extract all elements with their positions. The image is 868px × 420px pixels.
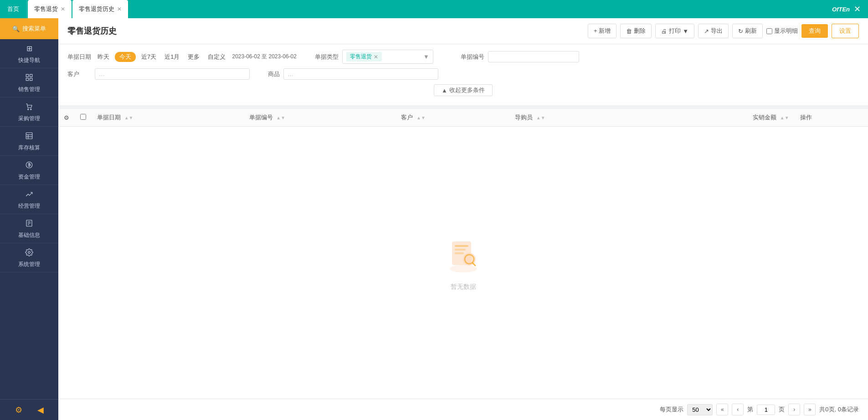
goods-input[interactable]: …: [283, 68, 438, 80]
empty-state: 暂无数据: [58, 127, 868, 399]
filter-billno-area: 单据编号: [461, 51, 579, 62]
col-customer-label: 客户: [401, 114, 413, 121]
select-all-checkbox[interactable]: [80, 114, 86, 120]
purchase-icon: [24, 101, 35, 112]
billno-input[interactable]: [488, 51, 579, 62]
sort-guide-icon[interactable]: ▲▼: [536, 115, 545, 120]
page-title-row: 零售退货历史 + 新增 🗑 删除 🖨 打印 ▼ ↗ 导出: [67, 24, 859, 38]
system-icon: [24, 247, 35, 258]
col-operation: 操作: [795, 109, 868, 127]
export-button[interactable]: ↗ 导出: [698, 24, 729, 38]
tab-home-label: 首页: [7, 5, 19, 13]
col-date-label: 单据日期: [97, 114, 121, 121]
delete-button[interactable]: 🗑 删除: [620, 24, 652, 38]
goods-input-area: 商品 …: [268, 68, 438, 80]
page-header: 零售退货历史 + 新增 🗑 删除 🖨 打印 ▼ ↗ 导出: [58, 18, 868, 44]
sidebar-item-label-purchase: 采购管理: [18, 115, 40, 123]
col-date: 单据日期 ▲▼: [92, 109, 244, 127]
sidebar-search[interactable]: 🔍 搜索菜单: [0, 18, 58, 39]
checkbox-col-header[interactable]: [75, 109, 92, 127]
main-layout: 🔍 搜索菜单 ⊞ 快捷导航 销售管理 采购管理 库存核算: [0, 18, 868, 420]
settings-bottom-icon[interactable]: ⚙: [15, 405, 22, 415]
tab-retail-return[interactable]: 零售退货 ✕: [28, 0, 72, 18]
date-opt-7days[interactable]: 近7天: [139, 52, 159, 62]
goods-label: 商品: [268, 70, 280, 78]
date-opt-yesterday[interactable]: 昨天: [95, 52, 112, 62]
settings-button[interactable]: 设置: [832, 24, 859, 38]
date-opt-1month[interactable]: 近1月: [162, 52, 182, 62]
first-page-btn[interactable]: «: [716, 404, 728, 415]
display-details-checkbox[interactable]: 显示明细: [766, 27, 798, 35]
sidebar-item-inventory[interactable]: 库存核算: [0, 127, 58, 156]
type-tag-close[interactable]: ✕: [374, 54, 378, 60]
type-select[interactable]: 零售退货 ✕ ▼: [342, 50, 433, 64]
prev-page-btn[interactable]: ‹: [732, 404, 744, 415]
page-number-input[interactable]: [757, 405, 775, 415]
date-options: 昨天 今天 近7天 近1月 更多 自定义: [95, 52, 228, 62]
sidebar-item-label-sales: 销售管理: [18, 86, 40, 93]
sidebar-item-system[interactable]: 系统管理: [0, 243, 58, 272]
page-size-select[interactable]: 50 100 200: [687, 404, 713, 415]
display-details-label: 显示明细: [774, 27, 798, 35]
sidebar-item-basic-info[interactable]: 基础信息: [0, 214, 58, 243]
empty-text: 暂无数据: [451, 283, 476, 291]
date-opt-more[interactable]: 更多: [185, 52, 202, 62]
last-page-btn[interactable]: »: [804, 404, 816, 415]
col-amount: 实销金额 ▲▼: [642, 109, 795, 127]
date-opt-custom[interactable]: 自定义: [205, 52, 228, 62]
tab-retail-return-history-close[interactable]: ✕: [117, 6, 122, 12]
inventory-icon: [24, 130, 35, 141]
tab-retail-return-history[interactable]: 零售退货历史 ✕: [72, 0, 128, 18]
sales-icon: [24, 72, 35, 83]
pagination-bar: 每页显示 50 100 200 « ‹ 第 页 › » 共0页, 0条记录: [58, 399, 868, 420]
col-operation-label: 操作: [800, 114, 812, 121]
collapse-button[interactable]: ▲ 收起更多条件: [434, 84, 493, 96]
sidebar-item-purchase[interactable]: 采购管理: [0, 97, 58, 127]
tab-home[interactable]: 首页: [0, 0, 27, 18]
customer-input[interactable]: …: [95, 68, 250, 80]
tab-retail-return-close[interactable]: ✕: [61, 6, 65, 12]
next-page-btn[interactable]: ›: [788, 404, 800, 415]
date-range-value: 2023-06-02 至 2023-06-02: [232, 53, 296, 61]
sidebar-search-label: 搜索菜单: [22, 25, 46, 33]
date-opt-today[interactable]: 今天: [115, 52, 136, 62]
print-label: 打印: [669, 27, 681, 35]
query-button[interactable]: 查询: [801, 24, 828, 38]
sidebar-item-quick-nav[interactable]: ⊞ 快捷导航: [0, 39, 58, 68]
top-bar: 首页 零售退货 ✕ 零售退货历史 ✕ OfTEn ✕: [0, 0, 868, 18]
display-details-check[interactable]: [766, 28, 772, 34]
sort-customer-icon[interactable]: ▲▼: [416, 115, 426, 120]
sidebar-item-finance[interactable]: 资金管理: [0, 156, 58, 185]
col-guide: 导购员 ▲▼: [509, 109, 642, 127]
refresh-button[interactable]: ↻ 刷新: [732, 24, 763, 38]
filter-row-date: 单据日期 昨天 今天 近7天 近1月 更多 自定义 2023-06-02 至 2…: [67, 50, 859, 64]
sidebar-item-operations[interactable]: 经营管理: [0, 185, 58, 214]
data-table: ⚙ 单据日期 ▲▼ 单据编号 ▲▼ 客户 ▲▼: [58, 109, 868, 127]
brand-text: OfTEn: [832, 6, 850, 13]
collapse-sidebar-icon[interactable]: ◀: [37, 405, 44, 415]
print-button[interactable]: 🖨 打印 ▼: [655, 24, 694, 38]
collapse-label: 收起更多条件: [449, 86, 485, 94]
col-billno: 单据编号 ▲▼: [244, 109, 396, 127]
sidebar-item-label-finance: 资金管理: [18, 173, 40, 181]
svg-point-4: [28, 109, 29, 110]
sidebar-item-label-basic-info: 基础信息: [18, 231, 40, 239]
svg-point-15: [28, 251, 31, 254]
collapse-icon: ▲: [442, 87, 447, 94]
filter-row-customer: 客户 … 商品 …: [67, 68, 859, 80]
finance-icon: [24, 159, 35, 170]
type-tag-label: 零售退货: [350, 53, 372, 61]
svg-line-23: [473, 263, 475, 266]
sidebar-item-label-operations: 经营管理: [18, 202, 40, 210]
billno-label: 单据编号: [461, 53, 484, 61]
customer-label: 客户: [67, 70, 95, 78]
sort-amount-icon[interactable]: ▲▼: [780, 115, 789, 120]
sort-billno-icon[interactable]: ▲▼: [276, 115, 285, 120]
settings-col-header[interactable]: ⚙: [58, 109, 75, 127]
sidebar-item-label-quick-nav: 快捷导航: [18, 56, 40, 64]
window-close-icon[interactable]: ✕: [854, 4, 861, 14]
new-button[interactable]: + 新增: [588, 24, 616, 38]
sort-date-icon[interactable]: ▲▼: [124, 115, 134, 120]
sidebar-item-sales[interactable]: 销售管理: [0, 68, 58, 97]
filter-area: 单据日期 昨天 今天 近7天 近1月 更多 自定义 2023-06-02 至 2…: [58, 44, 868, 105]
